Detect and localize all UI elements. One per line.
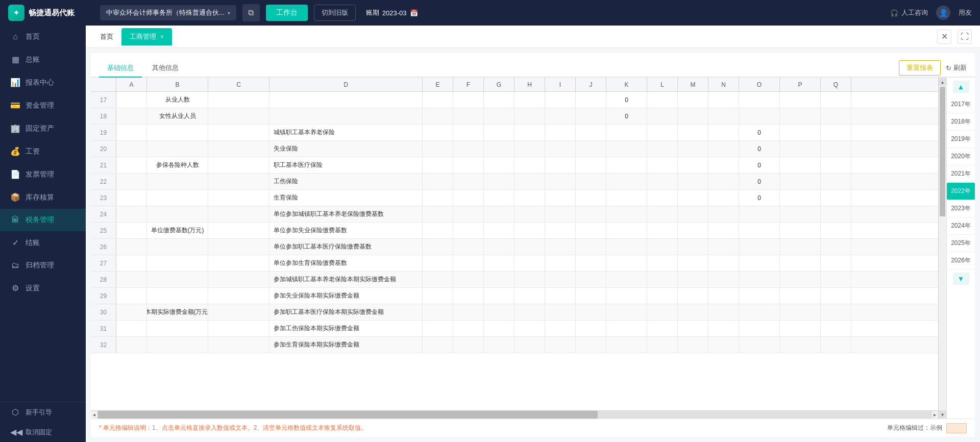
cell-f27[interactable] xyxy=(453,255,484,271)
cell-c22[interactable] xyxy=(208,174,270,189)
cell-d18[interactable] xyxy=(270,108,423,124)
cell-e30[interactable] xyxy=(423,304,453,320)
cell-a19[interactable] xyxy=(116,125,147,140)
cell-o30[interactable] xyxy=(739,304,780,320)
cell-g32[interactable] xyxy=(484,337,514,353)
cell-l27[interactable] xyxy=(647,255,678,271)
cell-a28[interactable] xyxy=(116,272,147,287)
cell-i30[interactable] xyxy=(545,304,576,320)
cell-n31[interactable] xyxy=(708,321,739,336)
cell-i23[interactable] xyxy=(545,190,576,206)
cell-f25[interactable] xyxy=(453,223,484,238)
cell-h20[interactable] xyxy=(514,141,545,157)
cell-j29[interactable] xyxy=(576,288,606,304)
cell-b26[interactable] xyxy=(147,239,208,255)
cell-g18[interactable] xyxy=(484,108,514,124)
cell-i28[interactable] xyxy=(545,272,576,287)
cell-q22[interactable] xyxy=(821,174,851,189)
cell-j23[interactable] xyxy=(576,190,606,206)
cell-q26[interactable] xyxy=(821,239,851,255)
cell-h27[interactable] xyxy=(514,255,545,271)
cell-m30[interactable] xyxy=(678,304,708,320)
cell-p22[interactable] xyxy=(780,174,821,189)
cell-k17[interactable]: 0 xyxy=(606,92,647,108)
cell-e24[interactable] xyxy=(423,206,453,222)
cell-k18[interactable]: 0 xyxy=(606,108,647,124)
cell-c27[interactable] xyxy=(208,255,270,271)
cell-n27[interactable] xyxy=(708,255,739,271)
cell-a31[interactable] xyxy=(116,321,147,336)
cell-g27[interactable] xyxy=(484,255,514,271)
cell-g26[interactable] xyxy=(484,239,514,255)
cell-c30[interactable] xyxy=(208,304,270,320)
cell-e26[interactable] xyxy=(423,239,453,255)
cell-h21[interactable] xyxy=(514,157,545,173)
cell-p17[interactable] xyxy=(780,92,821,108)
cell-k23[interactable] xyxy=(606,190,647,206)
cell-m31[interactable] xyxy=(678,321,708,336)
cell-g31[interactable] xyxy=(484,321,514,336)
cell-q24[interactable] xyxy=(821,206,851,222)
cell-g20[interactable] xyxy=(484,141,514,157)
sidebar-item-invoice[interactable]: 📄 发票管理 xyxy=(0,163,86,186)
year-item-2019[interactable]: 2019年 xyxy=(947,131,975,148)
cell-q31[interactable] xyxy=(821,321,851,336)
cell-a29[interactable] xyxy=(116,288,147,304)
cell-m29[interactable] xyxy=(678,288,708,304)
cell-o24[interactable] xyxy=(739,206,780,222)
cell-j26[interactable] xyxy=(576,239,606,255)
refresh-button[interactable]: ↻ 刷新 xyxy=(946,63,967,72)
sidebar-item-close[interactable]: ✓ 结账 xyxy=(0,231,86,254)
cell-e22[interactable] xyxy=(423,174,453,189)
v-scroll-track[interactable] xyxy=(939,86,946,410)
sidebar-item-finance[interactable]: 💳 资金管理 xyxy=(0,94,86,117)
cell-p32[interactable] xyxy=(780,337,821,353)
cell-c31[interactable] xyxy=(208,321,270,336)
cell-q21[interactable] xyxy=(821,157,851,173)
cell-d28[interactable]: 参加城镇职工基本养老保险本期实际缴费金额 xyxy=(270,272,423,287)
cell-d25[interactable]: 单位参加失业保险缴费基数 xyxy=(270,223,423,238)
cell-i20[interactable] xyxy=(545,141,576,157)
cell-p31[interactable] xyxy=(780,321,821,336)
cell-e28[interactable] xyxy=(423,272,453,287)
cell-i24[interactable] xyxy=(545,206,576,222)
sidebar-item-newbie[interactable]: ⬡ 新手引导 xyxy=(0,402,86,422)
cell-o28[interactable] xyxy=(739,272,780,287)
cell-i22[interactable] xyxy=(545,174,576,189)
cell-q25[interactable] xyxy=(821,223,851,238)
cell-m20[interactable] xyxy=(678,141,708,157)
year-panel-down-arrow[interactable]: ▼ xyxy=(953,273,969,285)
sidebar-item-ledger[interactable]: ▦ 总账 xyxy=(0,48,86,71)
year-item-2021[interactable]: 2021年 xyxy=(947,165,975,183)
cell-j20[interactable] xyxy=(576,141,606,157)
year-panel-up-arrow[interactable]: ▲ xyxy=(953,81,969,93)
cell-l19[interactable] xyxy=(647,125,678,140)
cell-d19[interactable]: 城镇职工基本养老保险 xyxy=(270,125,423,140)
year-item-2024[interactable]: 2024年 xyxy=(947,217,975,235)
cell-h22[interactable] xyxy=(514,174,545,189)
cell-f26[interactable] xyxy=(453,239,484,255)
user-avatar[interactable]: 👤 xyxy=(936,6,950,20)
cell-b23[interactable] xyxy=(147,190,208,206)
cell-o31[interactable] xyxy=(739,321,780,336)
cell-l21[interactable] xyxy=(647,157,678,173)
cell-j25[interactable] xyxy=(576,223,606,238)
cell-m17[interactable] xyxy=(678,92,708,108)
reset-report-button[interactable]: 重置报表 xyxy=(899,60,941,76)
cell-k30[interactable] xyxy=(606,304,647,320)
cell-m21[interactable] xyxy=(678,157,708,173)
cell-m19[interactable] xyxy=(678,125,708,140)
cell-j32[interactable] xyxy=(576,337,606,353)
cell-f18[interactable] xyxy=(453,108,484,124)
cell-o18[interactable] xyxy=(739,108,780,124)
cell-p20[interactable] xyxy=(780,141,821,157)
cell-h19[interactable] xyxy=(514,125,545,140)
cell-n26[interactable] xyxy=(708,239,739,255)
cell-j30[interactable] xyxy=(576,304,606,320)
cell-m25[interactable] xyxy=(678,223,708,238)
cell-a22[interactable] xyxy=(116,174,147,189)
cell-l23[interactable] xyxy=(647,190,678,206)
cell-k32[interactable] xyxy=(606,337,647,353)
cell-b28[interactable] xyxy=(147,272,208,287)
cell-j18[interactable] xyxy=(576,108,606,124)
